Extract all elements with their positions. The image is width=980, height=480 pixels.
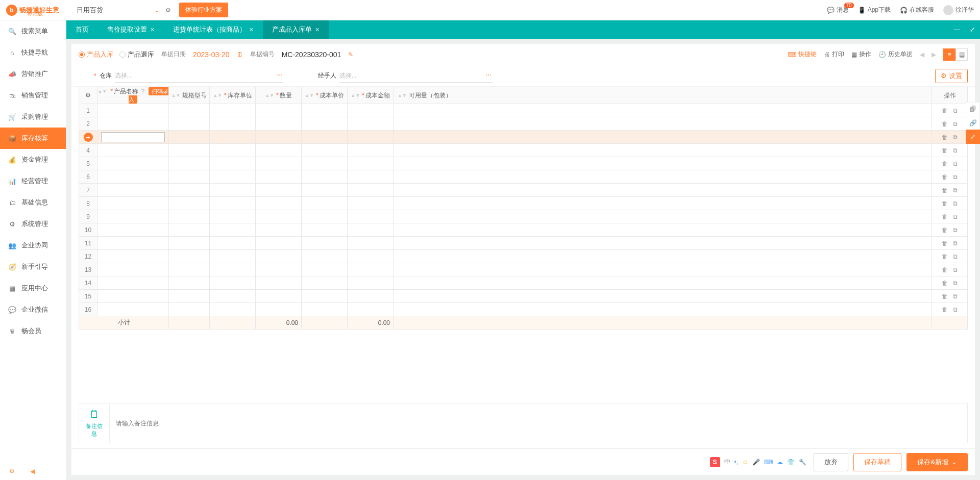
operate-button[interactable]: ▦操作 xyxy=(851,50,871,59)
ime-smile-icon[interactable]: ☺ xyxy=(742,459,748,466)
amount-cell[interactable] xyxy=(348,144,394,157)
product-cell[interactable] xyxy=(97,157,169,170)
delete-row-icon[interactable]: 🗑 xyxy=(942,253,948,260)
hotkey-button[interactable]: ⌨快捷键 xyxy=(788,50,817,59)
delete-row-icon[interactable]: 🗑 xyxy=(942,120,948,128)
spec-cell[interactable] xyxy=(169,104,210,117)
operator-select[interactable]: 选择... ⋯ xyxy=(339,69,493,83)
messages-button[interactable]: 💬 消息 70 xyxy=(827,6,849,14)
copy-row-icon[interactable]: ⧉ xyxy=(953,173,958,181)
avail-cell[interactable] xyxy=(394,117,932,131)
qty-cell[interactable] xyxy=(256,263,302,276)
qty-cell[interactable] xyxy=(256,104,302,117)
delete-row-icon[interactable]: 🗑 xyxy=(942,240,948,247)
spec-cell[interactable] xyxy=(169,184,210,197)
table-row[interactable]: 1🗑⧉ xyxy=(79,104,968,117)
view-list-button[interactable]: ≡ xyxy=(943,48,955,61)
app-download-button[interactable]: 📱 App下载 xyxy=(858,6,891,14)
copy-row-icon[interactable]: ⧉ xyxy=(953,266,958,273)
spec-cell[interactable] xyxy=(169,197,210,210)
qty-cell[interactable] xyxy=(256,250,302,263)
qty-cell[interactable] xyxy=(256,303,302,316)
delete-row-icon[interactable]: 🗑 xyxy=(942,134,948,141)
radio-product-in[interactable]: 产品入库 xyxy=(79,50,113,59)
amount-cell[interactable] xyxy=(348,290,394,303)
sidebar-item-1[interactable]: ⌂快捷导航 xyxy=(0,42,66,63)
ime-shirt-icon[interactable]: 👕 xyxy=(787,459,795,466)
delete-row-icon[interactable]: 🗑 xyxy=(942,200,948,207)
unit-cell[interactable] xyxy=(210,131,256,144)
avail-cell[interactable] xyxy=(394,157,932,170)
delete-row-icon[interactable]: 🗑 xyxy=(942,306,948,313)
avail-cell[interactable] xyxy=(394,104,932,117)
side-tool-expand-icon[interactable]: ⤢ xyxy=(966,130,980,144)
top-gear-icon[interactable]: ⚙ xyxy=(165,7,171,14)
user-menu[interactable]: 徐泽华 xyxy=(943,5,974,15)
spec-cell[interactable] xyxy=(169,157,210,170)
promo-button[interactable]: 体验行业方案 xyxy=(179,3,228,17)
col-spec[interactable]: ▲▼规格型号 xyxy=(169,87,210,104)
copy-row-icon[interactable]: ⧉ xyxy=(953,213,958,220)
spec-cell[interactable] xyxy=(169,131,210,144)
sidebar-item-3[interactable]: 🛍销售管理 xyxy=(0,85,66,106)
amount-cell[interactable] xyxy=(348,170,394,184)
amount-cell[interactable] xyxy=(348,184,394,197)
copy-row-icon[interactable]: ⧉ xyxy=(953,200,958,207)
ime-tool-icon[interactable]: 🔧 xyxy=(799,459,806,466)
avail-cell[interactable] xyxy=(394,170,932,184)
table-row[interactable]: 9🗑⧉ xyxy=(79,210,968,223)
unit-cell[interactable] xyxy=(210,157,256,170)
qty-cell[interactable] xyxy=(256,290,302,303)
copy-row-icon[interactable]: ⧉ xyxy=(953,187,958,194)
qty-cell[interactable] xyxy=(256,197,302,210)
tab-3[interactable]: 产成品入库单✕ xyxy=(263,20,329,39)
sidebar-item-7[interactable]: 📊经营管理 xyxy=(0,170,66,192)
unit-cell[interactable] xyxy=(210,290,256,303)
unit-cell[interactable] xyxy=(210,250,256,263)
qty-cell[interactable] xyxy=(256,184,302,197)
sidebar-item-14[interactable]: ♛畅会员 xyxy=(0,320,66,342)
sidebar-item-11[interactable]: 🧭新手引导 xyxy=(0,256,66,277)
delete-row-icon[interactable]: 🗑 xyxy=(942,147,948,154)
avail-cell[interactable] xyxy=(394,263,932,276)
product-cell[interactable] xyxy=(97,144,169,157)
print-button[interactable]: 🖨打印 xyxy=(824,50,844,59)
table-row[interactable]: 5🗑⧉ xyxy=(79,157,968,170)
sidebar-item-12[interactable]: ▦应用中心 xyxy=(0,277,66,299)
unit-cell[interactable] xyxy=(210,117,256,131)
price-cell[interactable] xyxy=(302,263,348,276)
qty-cell[interactable] xyxy=(256,170,302,184)
table-row[interactable]: 10🗑⧉ xyxy=(79,223,968,237)
delete-row-icon[interactable]: 🗑 xyxy=(942,160,948,167)
copy-row-icon[interactable]: ⧉ xyxy=(953,160,958,167)
unit-cell[interactable] xyxy=(210,237,256,250)
qty-cell[interactable] xyxy=(256,144,302,157)
tab-minimize-button[interactable]: — xyxy=(949,20,965,39)
edit-icon[interactable]: ✎ xyxy=(348,51,353,58)
price-cell[interactable] xyxy=(302,170,348,184)
unit-cell[interactable] xyxy=(210,144,256,157)
avail-cell[interactable] xyxy=(394,276,932,290)
view-card-button[interactable]: ▤ xyxy=(955,48,968,61)
qty-cell[interactable] xyxy=(256,237,302,250)
spec-cell[interactable] xyxy=(169,144,210,157)
unit-cell[interactable] xyxy=(210,210,256,223)
qty-cell[interactable] xyxy=(256,276,302,290)
copy-row-icon[interactable]: ⧉ xyxy=(953,147,958,154)
product-cell[interactable] xyxy=(97,276,169,290)
save-draft-button[interactable]: 保存草稿 xyxy=(853,453,901,471)
amount-cell[interactable] xyxy=(348,237,394,250)
col-avail[interactable]: ▲▼可用量（包装） xyxy=(394,87,932,104)
avail-cell[interactable] xyxy=(394,197,932,210)
sidebar-collapse-icon[interactable]: ◀ xyxy=(30,468,35,475)
category-select[interactable]: 日用百货 ⌄ xyxy=(77,6,159,15)
qty-cell[interactable] xyxy=(256,157,302,170)
logo[interactable]: b 畅捷通好生意 标准版 xyxy=(6,3,66,17)
spec-cell[interactable] xyxy=(169,263,210,276)
delete-row-icon[interactable]: 🗑 xyxy=(942,280,948,287)
col-product[interactable]: ▲▼ *产品名称 ? 扫码录入 xyxy=(97,87,169,104)
spec-cell[interactable] xyxy=(169,210,210,223)
product-cell[interactable] xyxy=(97,170,169,184)
close-icon[interactable]: ✕ xyxy=(150,27,155,33)
spec-cell[interactable] xyxy=(169,303,210,316)
